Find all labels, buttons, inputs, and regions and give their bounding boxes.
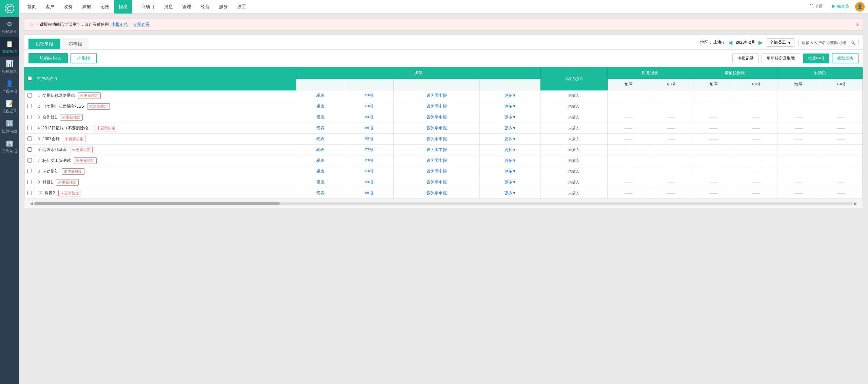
row-checkbox-6[interactable] bbox=[27, 158, 32, 163]
notice-close-button[interactable]: ✕ bbox=[856, 22, 859, 27]
op-more[interactable]: 更多▼ bbox=[504, 191, 516, 195]
op-more[interactable]: 更多▼ bbox=[504, 115, 516, 120]
op-zero-declare[interactable]: 设为零申报 bbox=[427, 104, 447, 109]
sidebar-item-batch-tax[interactable]: 📋 批量报税 bbox=[0, 37, 19, 57]
row-checkbox-2[interactable] bbox=[27, 115, 32, 119]
op-more[interactable]: 更多▼ bbox=[504, 126, 516, 130]
client-name: 2007会计 bbox=[42, 136, 60, 141]
op-tax-form[interactable]: 税表 bbox=[316, 180, 324, 185]
search-icon[interactable]: 🔍 bbox=[850, 40, 855, 45]
row-checkbox-7[interactable] bbox=[27, 169, 32, 173]
prev-month-button[interactable]: ◀ bbox=[728, 39, 732, 46]
row-checkbox-0[interactable] bbox=[27, 93, 32, 98]
op-declare[interactable]: 申报 bbox=[365, 191, 373, 195]
row-checkbox-4[interactable] bbox=[27, 136, 32, 141]
nav-tax[interactable]: 报税 bbox=[114, 0, 132, 14]
row-checkbox-5[interactable] bbox=[27, 147, 32, 152]
row-checkbox-1[interactable] bbox=[27, 104, 32, 108]
op-zero-declare[interactable]: 设为零申报 bbox=[427, 158, 447, 163]
app-logo[interactable] bbox=[0, 0, 19, 17]
op-more[interactable]: 更多▼ bbox=[504, 158, 516, 163]
op-tax-form[interactable]: 税表 bbox=[316, 104, 324, 109]
sort-icon[interactable]: ▼ bbox=[54, 76, 58, 81]
tab-tax-declare[interactable]: 税款申报 bbox=[28, 39, 60, 49]
update-confirm-button[interactable]: 更新核定及取数 bbox=[762, 54, 800, 63]
op-more[interactable]: 更多▼ bbox=[504, 147, 516, 152]
op-declare[interactable]: 申报 bbox=[365, 180, 373, 185]
nav-invoice[interactable]: 票据 bbox=[77, 0, 96, 14]
declare-record-button[interactable]: 申报记录 bbox=[732, 54, 759, 63]
op-declare[interactable]: 申报 bbox=[365, 158, 373, 163]
op-more[interactable]: 更多▼ bbox=[504, 169, 516, 174]
tab-zero-declare[interactable]: 零申报 bbox=[62, 39, 89, 49]
nav-client[interactable]: 客户 bbox=[41, 0, 59, 14]
col-op-declare bbox=[345, 79, 394, 90]
op-tax-form[interactable]: 税表 bbox=[316, 158, 324, 163]
scroll-track[interactable] bbox=[34, 202, 853, 205]
batch-declare-button[interactable]: 批量申报 bbox=[803, 54, 829, 63]
notice-link-summary[interactable]: 申报汇总 bbox=[112, 22, 128, 27]
scroll-left-button[interactable]: ◀ bbox=[28, 201, 34, 206]
op-declare[interactable]: 申报 bbox=[365, 115, 373, 120]
sidebar-item-tax-settings[interactable]: ⚙ 报税设置 bbox=[0, 17, 19, 37]
member-button[interactable]: ▶ 畅会员 bbox=[829, 3, 852, 10]
staff-select[interactable]: 全部员工 ▼ bbox=[767, 38, 794, 47]
select-all-checkbox[interactable] bbox=[27, 76, 32, 81]
op-zero-declare[interactable]: 设为零申报 bbox=[427, 180, 447, 185]
op-tax-form[interactable]: 税表 bbox=[316, 191, 324, 195]
op-tax-form[interactable]: 税表 bbox=[316, 115, 324, 120]
op-declare[interactable]: 申报 bbox=[365, 126, 373, 130]
op-zero-declare[interactable]: 设为零申报 bbox=[427, 115, 447, 120]
op-declare[interactable]: 申报 bbox=[365, 136, 373, 141]
fullscreen-button[interactable]: ⛶ 全屏 bbox=[807, 3, 825, 10]
op-zero-declare[interactable]: 设为零申报 bbox=[427, 136, 447, 141]
notice-link-buy[interactable]: 立即购买 bbox=[133, 22, 150, 27]
op-tax-form[interactable]: 税表 bbox=[316, 93, 324, 98]
row-checkbox-8[interactable] bbox=[27, 180, 32, 184]
op-zero-declare[interactable]: 设为零申报 bbox=[427, 126, 447, 130]
nav-settings[interactable]: 设置 bbox=[233, 0, 251, 14]
op-more[interactable]: 更多▼ bbox=[504, 93, 516, 98]
op-zero-declare[interactable]: 设为零申报 bbox=[427, 191, 447, 195]
nav-service[interactable]: 服务 bbox=[214, 0, 233, 14]
nav-home[interactable]: 首页 bbox=[22, 0, 41, 14]
op-tax-form[interactable]: 税表 bbox=[316, 136, 324, 141]
sidebar-item-tax-record[interactable]: 📝 报税记录 bbox=[0, 97, 19, 116]
op-more[interactable]: 更多▼ bbox=[504, 104, 516, 109]
op-tax-form[interactable]: 税表 bbox=[316, 147, 324, 152]
nav-billing[interactable]: 收费 bbox=[59, 0, 77, 14]
search-input[interactable] bbox=[802, 40, 849, 45]
op-zero-declare[interactable]: 设为零申报 bbox=[427, 169, 447, 174]
op-tax-form[interactable]: 税表 bbox=[316, 169, 324, 174]
row-checkbox-3[interactable] bbox=[27, 126, 32, 130]
op-declare[interactable]: 申报 bbox=[365, 147, 373, 152]
nav-message[interactable]: 消息 bbox=[159, 0, 178, 14]
nav-business[interactable]: 经营 bbox=[196, 0, 214, 14]
sidebar-item-annual-settlement[interactable]: 🔢 汇算清缴 bbox=[0, 116, 19, 136]
avatar[interactable]: 👤 bbox=[855, 2, 865, 12]
op-zero-declare[interactable]: 设为零申报 bbox=[427, 147, 447, 152]
op-more[interactable]: 更多▼ bbox=[504, 180, 516, 185]
sidebar-item-personal-tax[interactable]: 👤 个税申报 bbox=[0, 77, 19, 97]
scroll-right-button[interactable]: ▶ bbox=[853, 201, 859, 206]
collect-return-button[interactable]: 收取回执 bbox=[832, 54, 859, 63]
vat-declare-cell: —— bbox=[735, 145, 777, 155]
sub-tab-small[interactable]: 小规模 bbox=[71, 53, 97, 63]
next-month-button[interactable]: ▶ bbox=[758, 39, 763, 46]
row-number: 3 bbox=[38, 115, 40, 120]
client-name-cell: 7 杨仙女工资测试 未更新核定 bbox=[35, 155, 296, 166]
addtax-declare-cell: —— bbox=[820, 145, 862, 155]
nav-accounting[interactable]: 记账 bbox=[96, 0, 114, 14]
op-tax-form[interactable]: 税表 bbox=[316, 126, 324, 130]
sub-tab-general[interactable]: 一般的纳税人 bbox=[28, 53, 68, 63]
sidebar-item-tax-overview[interactable]: 📊 报税总览 bbox=[0, 57, 19, 77]
op-zero-declare[interactable]: 设为零申报 bbox=[427, 93, 447, 98]
sidebar-item-business-annual[interactable]: 🏢 工商年报 bbox=[0, 136, 19, 156]
op-more[interactable]: 更多▼ bbox=[504, 136, 516, 141]
nav-business-project[interactable]: 工商项目 bbox=[132, 0, 159, 14]
op-declare[interactable]: 申报 bbox=[365, 93, 373, 98]
op-declare[interactable]: 申报 bbox=[365, 169, 373, 174]
row-checkbox-9[interactable] bbox=[27, 191, 32, 195]
nav-manage[interactable]: 管理 bbox=[178, 0, 196, 14]
op-declare[interactable]: 申报 bbox=[365, 104, 373, 109]
